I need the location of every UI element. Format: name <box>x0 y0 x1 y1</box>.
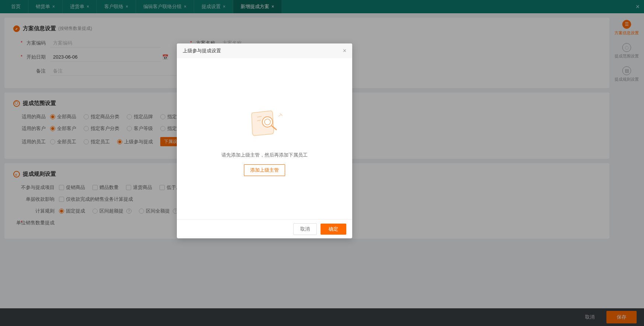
modal-header: 上级参与提成设置 × <box>177 43 352 58</box>
add-superior-button[interactable]: 添加上级主管 <box>244 164 285 176</box>
empty-state-icon <box>242 102 287 146</box>
superior-settings-modal: 上级参与提成设置 × 请先添加上级主管，然后再添加下属员工 添加上级主管 取消 … <box>177 43 352 238</box>
modal-ok-button[interactable]: 确定 <box>321 224 346 235</box>
modal-title: 上级参与提成设置 <box>183 48 221 54</box>
svg-point-0 <box>262 117 273 127</box>
empty-state-text: 请先添加上级主管，然后再添加下属员工 <box>221 152 308 158</box>
close-icon[interactable]: × <box>343 48 346 54</box>
modal-cancel-button[interactable]: 取消 <box>293 223 317 235</box>
